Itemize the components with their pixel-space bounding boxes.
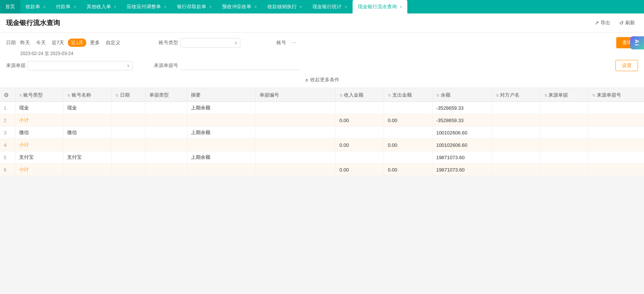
nav-collection-exec[interactable]: 收款核销执行 × bbox=[262, 0, 307, 13]
date-1month-btn[interactable]: 近1月 bbox=[68, 39, 86, 47]
col-income: ⇅ 收入金额 bbox=[336, 89, 384, 102]
table-body: 1现金现金上期余额-3528659.332小计0.000.00-3528659.… bbox=[0, 102, 644, 176]
col-expense: ⇅ 支出金额 bbox=[384, 89, 432, 102]
data-table-container: ⚙ ⇅ 账号类型 ⇅ 账号名称 ⇅ 日期 单据类型 摘要 bbox=[0, 89, 644, 176]
nav-cash-bank-stats[interactable]: 现金银行统计 × bbox=[307, 0, 352, 13]
table-row: 3微信微信上期余额100102606.60 bbox=[0, 127, 644, 139]
table-header-row: ⚙ ⇅ 账号类型 ⇅ 账号名称 ⇅ 日期 单据类型 摘要 bbox=[0, 89, 644, 102]
gear-icon[interactable]: ⚙ bbox=[4, 92, 9, 98]
nav-adjustment[interactable]: 应收应付调整单 × bbox=[122, 0, 171, 13]
close-advance-icon[interactable]: × bbox=[254, 0, 257, 13]
table-row: 2小计0.000.00-3528659.33 bbox=[0, 114, 644, 127]
date-custom-btn[interactable]: 自定义 bbox=[104, 39, 123, 47]
close-cash-bank-flow-icon[interactable]: × bbox=[400, 0, 402, 13]
export-icon: ↗ bbox=[594, 20, 599, 26]
settings-button[interactable]: 设置 bbox=[615, 60, 638, 71]
nav-advance[interactable]: 预收冲应收单 × bbox=[217, 0, 262, 13]
source-doc-label: 来源单据 bbox=[6, 62, 26, 69]
col-balance: ⇅ 余额 bbox=[432, 89, 492, 102]
filter-area: 日期 昨天 今天 近7天 近1月 更多 自定义 账号类型 账号 ··· bbox=[0, 33, 644, 88]
refresh-button[interactable]: ↺ 刷新 bbox=[616, 18, 638, 28]
account-type-filter-group: 账号类型 bbox=[159, 38, 240, 48]
table-row: 4小计0.000.00100102606.60 bbox=[0, 139, 644, 151]
close-adjustment-icon[interactable]: × bbox=[164, 0, 166, 13]
date-7days-btn[interactable]: 近7天 bbox=[50, 39, 66, 47]
page-title: 现金银行流水查询 bbox=[6, 18, 60, 27]
col-source-doc-no: ⇅ 来源单据号 bbox=[588, 89, 644, 102]
col-gear[interactable]: ⚙ bbox=[0, 89, 15, 102]
nav-receipt[interactable]: 收款单 × bbox=[20, 0, 51, 13]
date-range-display: 2023-02-24 至 2023-03-24 bbox=[20, 51, 638, 57]
date-yesterday-btn[interactable]: 昨天 bbox=[18, 39, 32, 47]
account-type-select-wrapper bbox=[180, 38, 240, 48]
date-quick-buttons: 昨天 今天 近7天 近1月 更多 自定义 bbox=[18, 39, 123, 47]
data-table: ⚙ ⇅ 账号类型 ⇅ 账号名称 ⇅ 日期 单据类型 摘要 bbox=[0, 89, 644, 176]
account-filter-group: 账号 ··· bbox=[276, 39, 299, 46]
col-counterpart: ⇅ 对方户名 bbox=[492, 89, 540, 102]
header-actions: ↗ 导出 ↺ 刷新 bbox=[591, 18, 638, 28]
col-date: ⇅ 日期 bbox=[112, 89, 145, 102]
nav-cash-bank-flow[interactable]: 现金银行流水查询 × bbox=[353, 0, 407, 13]
account-type-select[interactable] bbox=[180, 38, 240, 48]
col-account-name: ⇅ 账号名称 bbox=[63, 89, 112, 102]
source-doc-filter-group: 来源单据 bbox=[6, 61, 133, 70]
collapse-filters-button[interactable]: ∧ 收起更多条件 bbox=[6, 75, 638, 85]
page-header: 现金银行流水查询 ↗ 导出 ↺ 刷新 bbox=[0, 13, 644, 33]
source-doc-num-label: 来源单据号 bbox=[154, 62, 178, 69]
col-doc-type: 单据类型 bbox=[145, 89, 187, 102]
refresh-icon: ↺ bbox=[619, 20, 624, 26]
settings-btn-wrapper: 设置 bbox=[615, 60, 638, 71]
col-summary: 摘要 bbox=[187, 89, 255, 102]
table-row: 5支付宝支付宝上期余额19871073.60 bbox=[0, 151, 644, 164]
close-other-income-icon[interactable]: × bbox=[114, 0, 116, 13]
date-range-text: 2023-02-24 至 2023-03-24 bbox=[20, 51, 73, 56]
source-doc-select-wrapper bbox=[28, 61, 133, 70]
date-label: 日期 bbox=[6, 39, 16, 46]
date-more-btn[interactable]: 更多 bbox=[88, 39, 102, 47]
source-doc-num-input[interactable] bbox=[180, 61, 300, 70]
ai-button[interactable]: Ai bbox=[630, 36, 644, 49]
date-today-btn[interactable]: 今天 bbox=[34, 39, 48, 47]
nav-other-income[interactable]: 其他收入单 × bbox=[81, 0, 122, 13]
table-row: 1现金现金上期余额-3528659.33 bbox=[0, 102, 644, 114]
nav-payment[interactable]: 付款单 × bbox=[51, 0, 81, 13]
source-doc-select[interactable] bbox=[28, 61, 133, 70]
close-receipt-icon[interactable]: × bbox=[43, 0, 45, 13]
col-doc-no: 单据编号 bbox=[255, 89, 335, 102]
filter-row-2: 来源单据 来源单据号 设置 bbox=[6, 60, 638, 71]
nav-bank-deposit[interactable]: 银行存取款单 × bbox=[172, 0, 217, 13]
date-filter-group: 日期 昨天 今天 近7天 近1月 更多 自定义 bbox=[6, 39, 123, 47]
col-account-type: ⇅ 账号类型 bbox=[15, 89, 63, 102]
top-navigation: 首页 收款单 × 付款单 × 其他收入单 × 应收应付调整单 × 银行存取款单 … bbox=[0, 0, 644, 13]
close-payment-icon[interactable]: × bbox=[74, 0, 76, 13]
filter-row-1: 日期 昨天 今天 近7天 近1月 更多 自定义 账号类型 账号 ··· bbox=[6, 37, 638, 48]
source-doc-num-filter-group: 来源单据号 bbox=[154, 61, 300, 70]
account-more-icon[interactable]: ··· bbox=[288, 39, 299, 46]
account-type-label: 账号类型 bbox=[159, 39, 178, 46]
table-row: 6小计0.000.0019871073.60 bbox=[0, 164, 644, 176]
close-collection-exec-icon[interactable]: × bbox=[300, 0, 302, 13]
close-cash-bank-stats-icon[interactable]: × bbox=[345, 0, 347, 13]
nav-home[interactable]: 首页 bbox=[0, 0, 20, 13]
close-bank-deposit-icon[interactable]: × bbox=[209, 0, 212, 13]
col-source-doc: ⇅ 来源单据 bbox=[540, 89, 588, 102]
export-button[interactable]: ↗ 导出 bbox=[591, 18, 613, 28]
account-label: 账号 bbox=[276, 39, 286, 46]
chevron-up-icon: ∧ bbox=[305, 77, 309, 83]
